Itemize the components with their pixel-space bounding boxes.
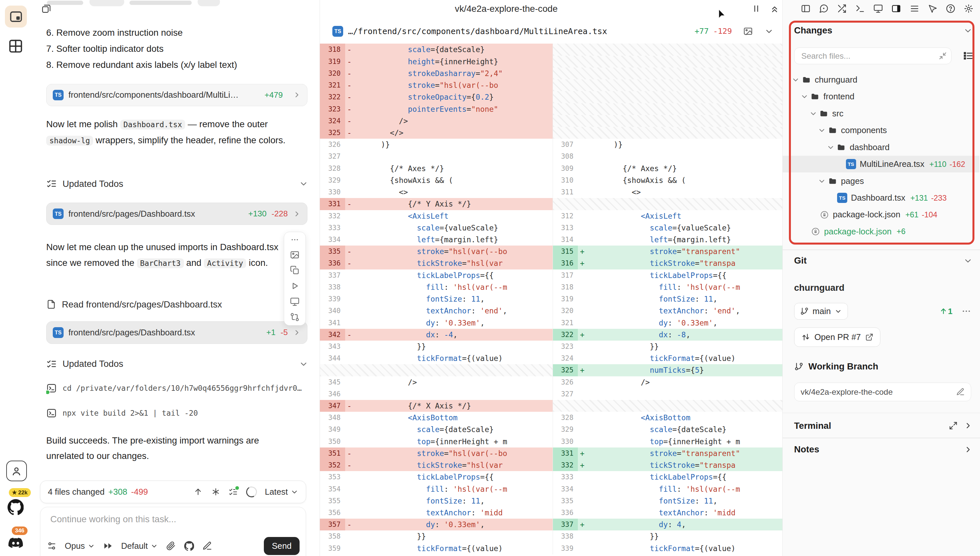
diff-line-right-333[interactable]: 333 tickLabelProps={{: [552, 471, 782, 483]
notes-section-header[interactable]: Notes: [794, 440, 972, 459]
monitor-icon[interactable]: [873, 3, 883, 14]
diff-line-right-314[interactable]: 314 left={margin.left}: [552, 234, 782, 246]
diff-line-right-337[interactable]: 337+ dy: 4,: [552, 519, 782, 530]
branch-selector[interactable]: main: [794, 303, 848, 320]
pencil-icon[interactable]: [956, 388, 965, 396]
changes-section-header[interactable]: Changes: [794, 24, 972, 37]
diff-line-right-328[interactable]: 328 <AxisBottom: [552, 412, 782, 423]
diff-line-left-345[interactable]: 345 />: [320, 377, 552, 388]
latest-dropdown[interactable]: Latest: [265, 487, 299, 497]
diff-line-right-327[interactable]: 327: [552, 388, 782, 400]
search-input[interactable]: [800, 51, 939, 61]
diff-line-left-337[interactable]: 337 tickLabelProps={{: [320, 270, 552, 281]
more-options-icon[interactable]: [291, 235, 299, 244]
diff-line-left-343[interactable]: 343 }}: [320, 341, 552, 352]
terminal-icon[interactable]: [855, 3, 865, 14]
diff-line-right-336[interactable]: 336 textAnchor: 'midd: [552, 507, 782, 519]
tree-file-Dashboard.tsx[interactable]: TSDashboard.tsx+131-233: [783, 189, 979, 206]
tree-file-package-lock.json[interactable]: package-lock.json+6: [783, 223, 979, 240]
tree-folder-src[interactable]: src: [783, 105, 979, 121]
tree-file-MultiLineArea.tsx[interactable]: TSMultiLineArea.tsx+110-162: [783, 156, 979, 173]
diff-line-right-325[interactable]: 325+ numTicks={5}: [552, 364, 782, 376]
monitor-icon[interactable]: [290, 297, 300, 307]
play-icon[interactable]: [290, 281, 300, 291]
diff-line-left-344[interactable]: 344 tickFormat={(value): [320, 352, 552, 364]
account-button[interactable]: [6, 461, 27, 481]
diff-line-left-333[interactable]: 333 scale={valueScale}: [320, 222, 552, 234]
diff-line-left-346[interactable]: 346: [320, 388, 552, 400]
paperclip-icon[interactable]: [166, 541, 176, 551]
grid-view-button[interactable]: [8, 38, 24, 55]
tree-folder-pages[interactable]: pages: [783, 173, 979, 189]
diff-line-left-353[interactable]: 353 tickLabelProps={{: [320, 471, 552, 483]
diff-line-left-322[interactable]: 322- strokeOpacity={0.2}: [320, 91, 552, 103]
files-changed-bar[interactable]: 4 files changed +308 -499 Latest: [40, 481, 306, 503]
diff-line-left-351[interactable]: 351- stroke="hsl(var(--bo: [320, 448, 552, 459]
diff-line-left-334[interactable]: 334 left={margin.left}: [320, 234, 552, 246]
diff-line-left-355[interactable]: 355 fontSize: 11,: [320, 495, 552, 507]
diff-line-right-339[interactable]: 339 tickFormat={(value): [552, 543, 782, 554]
diff-line-right-309[interactable]: 309 {/* Axes */}: [552, 163, 782, 175]
diff-line-left-342[interactable]: 342- dx: -4,: [320, 329, 552, 341]
diff-line-left-329[interactable]: 329 {showAxis && (: [320, 175, 552, 186]
image-icon[interactable]: [743, 26, 753, 36]
updated-todos-row[interactable]: Updated Todos: [46, 176, 308, 191]
diff-line-left-359[interactable]: 359 tickFormat={(value): [320, 543, 552, 554]
menu-icon[interactable]: [909, 3, 920, 14]
diff-line-left-357[interactable]: 357- dy: '0.33em',: [320, 519, 552, 530]
asterisk-icon[interactable]: [211, 487, 221, 497]
diff-line-right-310[interactable]: 310 {showAxis && (: [552, 175, 782, 186]
diff-line-right-323[interactable]: 323 }}: [552, 341, 782, 352]
diff-line-left-318[interactable]: 318- scale={dateScale}: [320, 44, 552, 55]
git-section-header[interactable]: Git: [794, 254, 972, 268]
commits-ahead[interactable]: 1: [940, 307, 953, 316]
diff-line-left-321[interactable]: 321- stroke="hsl(var(--bo: [320, 79, 552, 91]
image-icon[interactable]: [290, 250, 300, 260]
diff-line-right-311[interactable]: 311 <>: [552, 186, 782, 198]
diff-line-right-321[interactable]: 321 dy: '0.33em',: [552, 317, 782, 329]
diff-line-left-326[interactable]: 326 )}: [320, 139, 552, 150]
pen-icon[interactable]: [202, 541, 212, 551]
diff-line-left-358[interactable]: 358 }}: [320, 530, 552, 542]
diff-line-left-319[interactable]: 319- height={innerHeight}: [320, 56, 552, 68]
diff-line-left-352[interactable]: 352- tickStroke="hsl(var: [320, 459, 552, 471]
diff-line-left-335[interactable]: 335- stroke="hsl(var(--bo: [320, 246, 552, 257]
diff-line-left-339[interactable]: 339 fontSize: 11,: [320, 293, 552, 305]
diff-line-right-315[interactable]: 315+ stroke="transparent": [552, 246, 782, 257]
mode-dropdown[interactable]: Default: [121, 541, 158, 551]
diff-line-left-323[interactable]: 323- pointerEvents="none": [320, 103, 552, 115]
diff-line-right-335[interactable]: 335 fontSize: 11,: [552, 495, 782, 507]
pause-icon[interactable]: [751, 3, 761, 14]
file-change-chip[interactable]: TS frontend/src/pages/Dashboard.tsx +130…: [46, 203, 307, 225]
tree-folder-components[interactable]: components: [783, 122, 979, 139]
sliders-icon[interactable]: [47, 541, 57, 551]
diff-line-left-347[interactable]: 347- {/* X Axis */}: [320, 400, 552, 412]
working-branch-field[interactable]: vk/4e2a-explore-the-code: [794, 383, 972, 401]
discord-button[interactable]: [8, 535, 24, 551]
shuffle-icon[interactable]: [837, 3, 847, 14]
diff-line-left-356[interactable]: 356 textAnchor: 'midd: [320, 507, 552, 519]
diff-line-left-350[interactable]: 350 top={innerHeight + m: [320, 436, 552, 448]
message-input[interactable]: [49, 514, 297, 525]
diff-line-left-348[interactable]: 348 <AxisBottom: [320, 412, 552, 423]
diff-line-left-325[interactable]: 325- </>: [320, 127, 552, 139]
arrow-up-icon[interactable]: [194, 487, 203, 497]
github-icon[interactable]: [184, 541, 194, 551]
diff-line-right-318[interactable]: 318 fill: 'hsl(var(--m: [552, 281, 782, 293]
panel-left-icon[interactable]: [801, 3, 811, 14]
todos-status-icon[interactable]: [228, 487, 238, 497]
gear-icon[interactable]: [964, 3, 974, 14]
diff-line-right-319[interactable]: 319 fontSize: 11,: [552, 293, 782, 305]
diff-line-left-330[interactable]: 330 <>: [320, 186, 552, 198]
terminal-command-row[interactable]: npx vite build 2>&1 | tail -20: [46, 406, 307, 420]
tree-file-package-lock.json[interactable]: package-lock.json+61-104: [783, 206, 979, 223]
read-file-row[interactable]: Read frontend/src/pages/Dashboard.tsx: [46, 298, 222, 312]
diff-line-right-316[interactable]: 316+ tickStroke="transpa: [552, 257, 782, 269]
file-change-chip[interactable]: TS frontend/src/pages/Dashboard.tsx +1 -…: [46, 321, 307, 344]
diff-line-left-324[interactable]: 324- />: [320, 115, 552, 127]
collapse-chevrons-icon[interactable]: [770, 3, 780, 14]
file-change-chip[interactable]: TS frontend/src/components/dashboard/Mul…: [46, 84, 307, 107]
diff-line-right-330[interactable]: 330 top={innerHeight + m: [552, 436, 782, 448]
diff-line-right-312[interactable]: 312 <AxisLeft: [552, 210, 782, 222]
diff-line-left-349[interactable]: 349 scale={dateScale}: [320, 423, 552, 435]
